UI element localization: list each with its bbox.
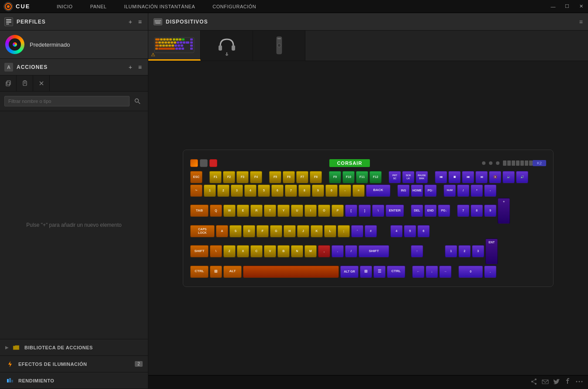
nav-inicio[interactable]: INICIO — [48, 0, 82, 13]
key-down[interactable]: ↓ — [426, 266, 438, 278]
key-k[interactable]: K — [311, 225, 323, 237]
key-home[interactable]: HOME — [411, 184, 423, 197]
key-left[interactable]: ← — [412, 266, 424, 278]
nav-configuracion[interactable]: CONFIGURACIÓN — [204, 0, 265, 13]
key-lctrl[interactable]: CTRL — [190, 266, 209, 278]
key-f12[interactable]: F12 — [369, 171, 382, 183]
device-tab-other[interactable] — [253, 31, 305, 61]
nav-panel[interactable]: PANEL — [82, 0, 116, 13]
key-4[interactable]: 4 — [244, 184, 256, 197]
key-semicolon[interactable]: ; — [338, 225, 350, 237]
key-2[interactable]: 2 — [217, 184, 229, 197]
performance-section[interactable]: RENDIMIENTO — [0, 372, 148, 389]
key-lshift[interactable]: SHIFT — [190, 245, 209, 257]
key-comma[interactable]: , — [318, 245, 330, 257]
twitter-icon[interactable] — [553, 378, 560, 386]
key-num2[interactable]: 2 — [458, 245, 471, 257]
key-z[interactable]: Z — [223, 245, 236, 257]
key-v[interactable]: V — [264, 245, 276, 257]
key-lbracket[interactable]: [ — [345, 205, 357, 217]
action-delete-button[interactable] — [33, 75, 50, 91]
key-capslock[interactable]: CAPSLOCK — [190, 225, 215, 237]
key-period[interactable]: . — [332, 245, 344, 257]
profiles-menu-button[interactable]: ≡ — [137, 17, 144, 26]
key-f[interactable]: F — [256, 225, 269, 237]
key-pgup[interactable]: PG↑ — [424, 184, 437, 197]
key-0[interactable]: 0 — [325, 184, 338, 197]
key-del[interactable]: DEL — [411, 205, 423, 217]
device-tab-headset[interactable] — [201, 31, 253, 61]
key-lwin[interactable]: ⊞ — [210, 266, 222, 278]
key-i[interactable]: I — [304, 205, 317, 217]
key-print[interactable]: PRTSC — [389, 171, 401, 183]
key-numenter[interactable]: ENT — [485, 239, 498, 264]
minimize-button[interactable]: — — [546, 0, 560, 13]
key-g[interactable]: G — [270, 225, 282, 237]
key-f8[interactable]: F8 — [310, 171, 322, 183]
key-equals[interactable]: = — [352, 184, 365, 197]
key-backtick[interactable]: ~ — [190, 184, 202, 197]
key-end[interactable]: END — [424, 205, 437, 217]
facebook-icon[interactable] — [564, 378, 571, 386]
actions-add-button[interactable]: + — [127, 63, 134, 72]
library-section[interactable]: ▶ BIBLIOTECA DE ACCIONES — [0, 339, 148, 356]
key-a[interactable]: A — [216, 225, 228, 237]
key-f2[interactable]: F2 — [223, 171, 235, 183]
key-enter[interactable]: ENTER — [386, 205, 404, 217]
key-numplus[interactable]: + — [498, 198, 510, 224]
device-tab-keyboard[interactable]: ⚠ — [148, 31, 201, 61]
key-d[interactable]: D — [243, 225, 255, 237]
mail-icon[interactable] — [542, 378, 549, 386]
key-p[interactable]: P — [332, 205, 344, 217]
key-f5[interactable]: F5 — [269, 171, 281, 183]
key-f11[interactable]: F11 — [356, 171, 368, 183]
key-l[interactable]: L — [324, 225, 336, 237]
key-9[interactable]: 9 — [312, 184, 324, 197]
key-play[interactable]: ⏯ — [475, 171, 488, 183]
key-f3[interactable]: F3 — [236, 171, 249, 183]
key-prev[interactable]: ⏮ — [435, 171, 447, 183]
key-r[interactable]: R — [250, 205, 263, 217]
key-stop[interactable]: ⏹ — [448, 171, 461, 183]
key-num4[interactable]: 4 — [390, 225, 403, 237]
key-e[interactable]: E — [237, 205, 249, 217]
search-button[interactable] — [131, 95, 144, 107]
key-6[interactable]: 6 — [271, 184, 284, 197]
key-c[interactable]: C — [250, 245, 263, 257]
key-vol-down[interactable]: 🔉 — [503, 171, 515, 183]
key-next[interactable]: ⏭ — [462, 171, 474, 183]
key-vol-up[interactable]: 🔊 — [516, 171, 528, 183]
key-t[interactable]: T — [264, 205, 276, 217]
key-mute[interactable]: 🔇 — [489, 171, 501, 183]
key-numlock[interactable]: NUM — [444, 184, 456, 197]
kb-mode-btn-2[interactable] — [200, 159, 208, 167]
key-scroll[interactable]: SCRLK — [402, 171, 414, 183]
actions-menu-button[interactable]: ≡ — [137, 63, 144, 72]
key-up[interactable]: ↑ — [411, 245, 423, 257]
key-num6[interactable]: 6 — [417, 225, 430, 237]
key-pipe[interactable]: \ — [210, 245, 222, 257]
key-o[interactable]: O — [318, 205, 330, 217]
key-num1[interactable]: 1 — [445, 245, 457, 257]
search-input[interactable] — [4, 96, 130, 106]
key-num3[interactable]: 3 — [472, 245, 484, 257]
key-q[interactable]: Q — [210, 205, 222, 217]
key-minus[interactable]: - — [339, 184, 351, 197]
key-5[interactable]: 5 — [258, 184, 270, 197]
key-b[interactable]: B — [277, 245, 290, 257]
key-ralt[interactable]: ALT GR — [340, 266, 359, 278]
key-esc[interactable]: ESC — [190, 171, 202, 183]
key-num8[interactable]: 8 — [471, 205, 483, 217]
key-num5[interactable]: 5 — [404, 225, 416, 237]
key-f7[interactable]: F7 — [296, 171, 308, 183]
key-backslash[interactable]: \ — [372, 205, 384, 217]
key-x[interactable]: X — [237, 245, 249, 257]
key-num7[interactable]: 7 — [457, 205, 469, 217]
action-copy-button[interactable] — [0, 75, 17, 91]
key-m[interactable]: M — [304, 245, 317, 257]
key-insert[interactable]: INS — [397, 184, 410, 197]
action-paste-button[interactable] — [17, 75, 33, 91]
key-h[interactable]: H — [284, 225, 296, 237]
key-j[interactable]: J — [297, 225, 309, 237]
lighting-effects-section[interactable]: EFECTOS DE ILUMINACIÓN 2 — [0, 356, 148, 372]
